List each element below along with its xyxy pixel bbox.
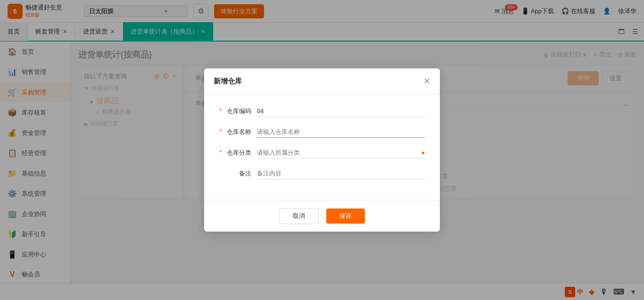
add-warehouse-modal: 新增仓库 ✕ 仓库编码 仓库名称 仓库分类 ▾	[204, 68, 440, 232]
category-input[interactable]	[257, 147, 421, 158]
modal-header: 新增仓库 ✕	[204, 68, 440, 94]
warehouse-name-input[interactable]	[257, 126, 425, 138]
modal-footer: 取消 保存	[204, 200, 440, 232]
warehouse-category-row: 仓库分类 ▾	[219, 147, 425, 158]
cancel-button[interactable]: 取消	[279, 208, 319, 224]
warehouse-code-row: 仓库编码	[219, 106, 425, 117]
modal-close-button[interactable]: ✕	[423, 76, 430, 86]
warehouse-category-label: 仓库分类	[219, 149, 257, 157]
warehouse-category-select[interactable]: ▾	[257, 147, 425, 158]
warehouse-code-input[interactable]	[257, 106, 425, 117]
warehouse-remark-row: 备注	[219, 168, 425, 179]
modal-backdrop: 新增仓库 ✕ 仓库编码 仓库名称 仓库分类 ▾	[0, 0, 644, 300]
modal-title: 新增仓库	[214, 77, 242, 86]
warehouse-remark-label: 备注	[219, 169, 257, 178]
modal-body: 仓库编码 仓库名称 仓库分类 ▾ 备注	[204, 94, 440, 200]
warehouse-name-label: 仓库名称	[219, 128, 257, 136]
warehouse-name-row: 仓库名称	[219, 126, 425, 138]
category-dropdown-icon[interactable]: ▾	[421, 149, 425, 157]
save-button[interactable]: 保存	[326, 208, 365, 224]
warehouse-remark-input[interactable]	[257, 168, 425, 179]
warehouse-code-label: 仓库编码	[219, 107, 257, 116]
